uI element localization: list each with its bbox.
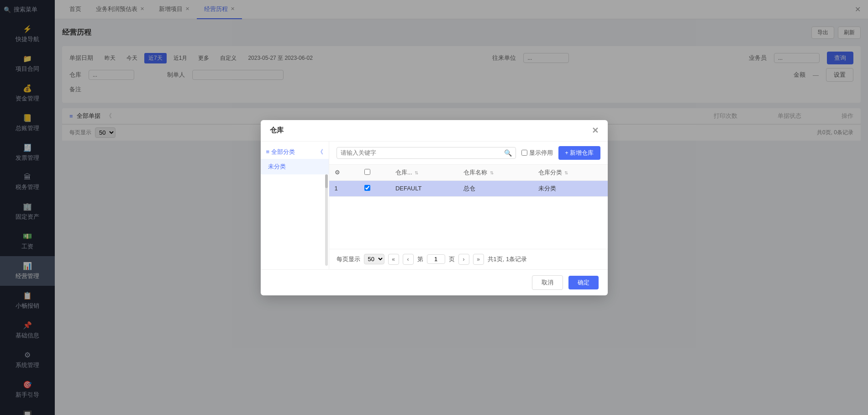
row-seq: 1 <box>329 180 359 196</box>
search-icon-modal: 🔍 <box>504 149 512 157</box>
page-unit: 页 <box>449 255 455 263</box>
cancel-button[interactable]: 取消 <box>532 275 563 290</box>
page-label: 第 <box>417 255 423 263</box>
modal-overlay[interactable]: 仓库 ✕ ≡ 全部分类 《 未分类 <box>0 0 868 415</box>
th-checkbox[interactable] <box>359 165 390 181</box>
table-head: ⚙ 仓库... ⇅ 仓库名称 ⇅ <box>329 165 608 181</box>
search-input-wrapper: 🔍 <box>337 147 516 159</box>
category-panel: ≡ 全部分类 《 未分类 <box>261 142 329 269</box>
modal-title: 仓库 <box>270 126 284 135</box>
show-disabled-text: 显示停用 <box>529 149 553 157</box>
modal-page-size-select[interactable]: 50 <box>364 254 384 264</box>
th-name[interactable]: 仓库名称 ⇅ <box>458 165 533 181</box>
data-panel: 🔍 显示停用 + 新增仓库 ⚙ <box>329 142 608 269</box>
category-collapse-icon[interactable]: 《 <box>317 148 323 156</box>
category-item-unclassified-label: 未分类 <box>268 163 286 170</box>
modal-page-size-label: 每页显示 <box>337 255 360 263</box>
sort-name-icon: ⇅ <box>490 170 494 175</box>
prev-page-btn[interactable]: ‹ <box>403 254 414 265</box>
th-settings[interactable]: ⚙ <box>329 165 359 181</box>
add-warehouse-button[interactable]: + 新增仓库 <box>558 146 600 160</box>
confirm-button[interactable]: 确定 <box>568 276 599 289</box>
last-page-btn[interactable]: » <box>473 254 484 265</box>
sort-code-icon: ⇅ <box>415 170 418 175</box>
modal-pagination: 每页显示 50 « ‹ 第 页 › » 共1页, 1条记录 <box>329 249 608 269</box>
row-checkbox[interactable] <box>364 185 370 191</box>
th-code[interactable]: 仓库... ⇅ <box>390 165 458 181</box>
warehouse-table: ⚙ 仓库... ⇅ 仓库名称 ⇅ <box>329 165 608 249</box>
warehouse-table-body: 1 DEFAULT 总仓 未分类 <box>329 180 608 196</box>
modal-pagination-info: 共1页, 1条记录 <box>488 255 527 263</box>
row-checkbox-cell[interactable] <box>359 180 390 196</box>
row-code: DEFAULT <box>390 180 458 196</box>
warehouse-modal: 仓库 ✕ ≡ 全部分类 《 未分类 <box>261 120 608 295</box>
data-toolbar: 🔍 显示停用 + 新增仓库 <box>329 142 608 165</box>
show-disabled-checkbox[interactable] <box>521 150 527 156</box>
page-number-input[interactable] <box>427 254 445 264</box>
category-all-header[interactable]: ≡ 全部分类 《 <box>261 145 329 159</box>
scrollbar-track <box>325 174 328 266</box>
modal-footer: 取消 确定 <box>261 269 608 295</box>
show-disabled-label[interactable]: 显示停用 <box>521 149 553 157</box>
first-page-btn[interactable]: « <box>388 254 399 265</box>
category-all-label: ≡ 全部分类 <box>266 148 295 156</box>
modal-header: 仓库 ✕ <box>261 120 608 142</box>
search-input[interactable] <box>341 149 505 156</box>
modal-body: ≡ 全部分类 《 未分类 <box>261 142 608 269</box>
category-scrollbar <box>261 174 329 266</box>
row-name: 总仓 <box>458 180 533 196</box>
next-page-btn[interactable]: › <box>458 254 469 265</box>
scrollbar-thumb[interactable] <box>325 174 328 188</box>
table-row[interactable]: 1 DEFAULT 总仓 未分类 <box>329 180 608 196</box>
row-category: 未分类 <box>533 180 608 196</box>
category-scroll: 未分类 <box>261 159 329 174</box>
th-category[interactable]: 仓库分类 ⇅ <box>533 165 608 181</box>
sort-category-icon: ⇅ <box>564 170 568 175</box>
select-all-checkbox[interactable] <box>364 169 370 175</box>
category-item-unclassified[interactable]: 未分类 <box>261 159 329 174</box>
modal-close-btn[interactable]: ✕ <box>592 126 599 136</box>
